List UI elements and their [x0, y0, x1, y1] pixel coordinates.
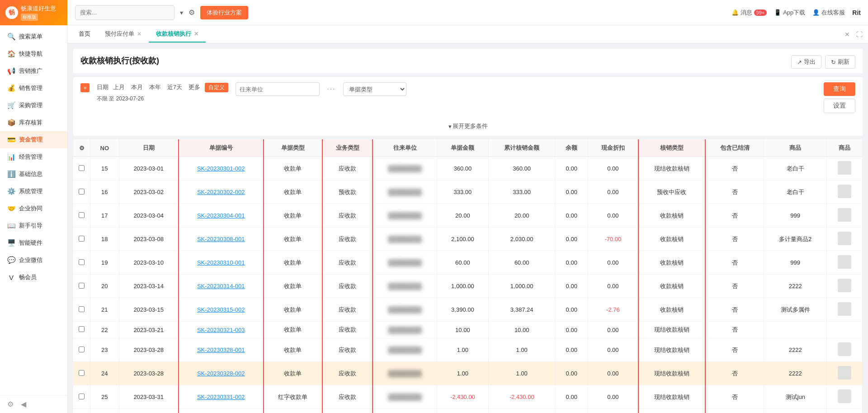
cell-date: 2023-03-08 [119, 228, 179, 251]
sidebar-item-quicknav[interactable]: 🏠 快捷导航 [0, 45, 67, 62]
cell-serial[interactable]: SK-20230315-002 [179, 298, 264, 322]
sidebar-item-member[interactable]: V 畅会员 [0, 269, 67, 286]
tab-close-all-btn[interactable]: ✕ [843, 29, 852, 40]
refresh-btn[interactable]: ↻ 刷新 [825, 55, 855, 69]
cell-checkbox[interactable] [73, 385, 90, 409]
cell-no: 20 [90, 275, 119, 298]
cell-product-img [827, 157, 863, 180]
cell-checkbox[interactable] [73, 409, 90, 413]
hardware-icon: 🖥️ [7, 239, 15, 247]
sidebar-item-operations[interactable]: 📊 经营管理 [0, 148, 67, 166]
cell-product-img [827, 338, 863, 362]
sidebar-item-search[interactable]: 🔍 搜索菜单 [0, 28, 67, 45]
cell-serial[interactable]: SK-20230301-002 [179, 157, 264, 180]
filter-bar: » 日期 上月 本月 本年 近7天 更多 自定义 不限 至 2023-07-26… [73, 77, 863, 136]
tab-prepay-close[interactable]: ✕ [137, 31, 142, 37]
inventory-icon: 📦 [7, 119, 15, 127]
cell-product-img [827, 228, 863, 251]
filter-date-7days[interactable]: 近7天 [165, 82, 184, 92]
filter-expand-btn[interactable]: » [80, 83, 90, 92]
table-row: 25 2023-03-31 SK-20230331-002 红字收款单 应收款 … [73, 385, 863, 409]
sidebar-item-finance[interactable]: 💳 资金管理 [0, 131, 67, 148]
sidebar-item-enterprise[interactable]: 🤝 企业协同 [0, 200, 67, 217]
cell-accumulated: 1.00 [489, 362, 555, 385]
sidebar-item-sales[interactable]: 💰 销售管理 [0, 80, 67, 97]
filter-date-more[interactable]: 更多 [187, 82, 202, 92]
filter-settings-btn[interactable]: 设置 [824, 99, 855, 113]
sidebar-collapse-icon[interactable]: ◀ [21, 400, 26, 408]
cell-bill-type: 收款单 [264, 251, 322, 275]
tab-collection-close[interactable]: ✕ [194, 31, 198, 37]
cell-serial[interactable]: SK-20230328-001 [179, 338, 264, 362]
filter-expand-more-btn[interactable]: ▾ 展开更多条件 [448, 122, 488, 130]
cell-serial[interactable]: SK-20230328-002 [179, 362, 264, 385]
table-row: 15 2023-03-01 SK-20230301-002 收款单 应收款 ██… [73, 157, 863, 180]
query-btn[interactable]: 查询 [824, 82, 855, 96]
cell-serial[interactable]: SK-20230310-001 [179, 251, 264, 275]
cell-accumulated: 1.00 [489, 338, 555, 362]
filter-receipt-type-select[interactable]: 单据类型 [343, 82, 406, 96]
sidebar-item-marketing[interactable]: 📢 营销推广 [0, 62, 67, 80]
user-avatar[interactable]: Rit [852, 9, 861, 16]
col-header-amount: 单据金额 [437, 139, 488, 157]
cell-bill-type: 红字收款单 [264, 385, 322, 409]
topbar-gear-btn[interactable]: ⚙ [189, 8, 195, 17]
sidebar-item-purchase[interactable]: 🛒 采购管理 [0, 97, 67, 114]
tab-home[interactable]: 首页 [71, 26, 98, 43]
cell-checkbox[interactable] [73, 251, 90, 275]
topbar-search-input[interactable] [75, 5, 175, 20]
cell-amount: 20.00 [437, 204, 488, 228]
sidebar-item-hardware[interactable]: 🖥️ 智能硬件 [0, 234, 67, 252]
cell-serial[interactable]: SK-20230302-002 [179, 180, 264, 204]
cell-serial[interactable]: SK-20230403-002 [179, 409, 264, 413]
col-header-settings[interactable]: ⚙ [73, 139, 90, 157]
cell-checkbox[interactable] [73, 275, 90, 298]
export-btn[interactable]: ↗ 导出 [791, 55, 821, 69]
sidebar-item-basic[interactable]: ℹ️ 基础信息 [0, 166, 67, 183]
tab-prepay[interactable]: 预付应付单 ✕ [98, 26, 149, 43]
filter-date-custom-btn[interactable]: 自定义 [205, 83, 228, 92]
filter-date-this-month[interactable]: 本月 [129, 82, 145, 92]
sidebar-settings-icon[interactable]: ⚙ [7, 400, 14, 408]
cell-checkbox[interactable] [73, 180, 90, 204]
tab-expand-btn[interactable]: ⛶ [854, 29, 864, 40]
sidebar-item-guide[interactable]: 📖 新手引导 [0, 217, 67, 234]
cell-serial[interactable]: SK-20230308-001 [179, 228, 264, 251]
cell-date: 2023-03-10 [119, 251, 179, 275]
cell-checkbox[interactable] [73, 298, 90, 322]
cell-checkbox[interactable] [73, 204, 90, 228]
sidebar-item-system[interactable]: ⚙️ 系统管理 [0, 183, 67, 200]
cell-product-img [827, 298, 863, 322]
cell-checkbox[interactable] [73, 338, 90, 362]
cell-serial[interactable]: SK-20230321-003 [179, 322, 264, 338]
messages-item[interactable]: 🔔 消息 99+ [731, 9, 767, 17]
app-download-item[interactable]: 📱 App下载 [774, 9, 805, 17]
solution-btn[interactable]: 体验行业方案 [200, 6, 248, 19]
sidebar-item-inventory[interactable]: 📦 库存核算 [0, 114, 67, 131]
cell-serial[interactable]: SK-20230304-001 [179, 204, 264, 228]
service-icon: 👤 [812, 9, 820, 16]
tab-collection[interactable]: 收款核销执行 ✕ [149, 26, 206, 43]
search-icon: 🔍 [7, 33, 15, 41]
sidebar-item-wechat[interactable]: 💬 企业微信 [0, 252, 67, 269]
cell-product: 999 [764, 204, 827, 228]
filter-date-this-year[interactable]: 本年 [147, 82, 163, 92]
cell-serial[interactable]: SK-20230331-002 [179, 385, 264, 409]
cell-serial[interactable]: SK-20230314-001 [179, 275, 264, 298]
cell-checkbox[interactable] [73, 228, 90, 251]
cell-checkbox[interactable] [73, 322, 90, 338]
cell-verify-type: 收款核销 [638, 228, 706, 251]
cell-checkbox[interactable] [73, 362, 90, 385]
cell-bill-type: 收款单 [264, 157, 322, 180]
online-service-item[interactable]: 👤 在线客服 [812, 9, 845, 17]
col-header-include-settled: 包含已结清 [705, 139, 764, 157]
cell-accumulated: -2,430.00 [489, 385, 555, 409]
cell-date: 2023-03-04 [119, 204, 179, 228]
col-header-product2: 商品 [827, 139, 863, 157]
cell-balance: 0.00 [555, 322, 588, 338]
cell-checkbox[interactable] [73, 157, 90, 180]
topbar-dropdown-btn[interactable]: ▾ [180, 9, 183, 16]
filter-date-last-month[interactable]: 上月 [111, 82, 127, 92]
cell-amount: 360.00 [437, 157, 488, 180]
filter-partner-input[interactable] [236, 82, 320, 96]
